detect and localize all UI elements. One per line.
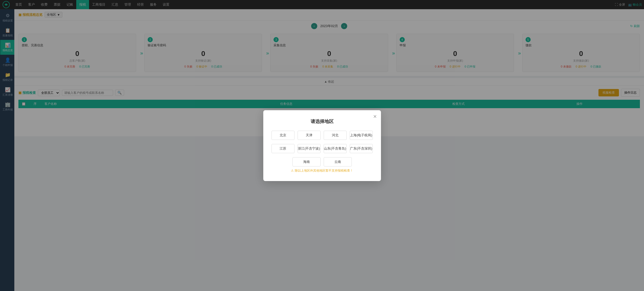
modal-overlay[interactable]: ✕ 请选择地区 北京 天津 河北 上海(电子税局) 江苏 浙江(不含宁波) 山东… (0, 0, 644, 291)
region-select-modal: ✕ 请选择地区 北京 天津 河北 上海(电子税局) 江苏 浙江(不含宁波) 山东… (263, 110, 381, 181)
region-tianjin[interactable]: 天津 (298, 131, 321, 140)
region-shandong[interactable]: 山东(不含青岛) (324, 144, 347, 153)
modal-close-button[interactable]: ✕ (373, 114, 377, 119)
region-row-3: 海南 云南 (271, 157, 373, 166)
region-zhejiang[interactable]: 浙江(不含宁波) (298, 144, 321, 153)
region-row-1: 北京 天津 河北 上海(电子税局) (271, 131, 373, 140)
region-row-2: 江苏 浙江(不含宁波) 山东(不含青岛) 广东(不含深圳) (271, 144, 373, 153)
region-shanghai[interactable]: 上海(电子税局) (350, 131, 373, 140)
region-grid: 北京 天津 河北 上海(电子税局) 江苏 浙江(不含宁波) 山东(不含青岛) 广… (271, 131, 373, 166)
region-guangdong[interactable]: 广东(不含深圳) (350, 144, 373, 153)
region-hebei[interactable]: 河北 (324, 131, 347, 140)
region-beijing[interactable]: 北京 (271, 131, 294, 140)
region-hainan[interactable]: 海南 (292, 157, 321, 166)
warning-icon: ⚠ (291, 169, 294, 172)
region-jiangsu[interactable]: 江苏 (271, 144, 294, 153)
modal-warning: ⚠ 除以上地区外其他地区暂不支持报税检查！ (271, 169, 373, 173)
modal-title: 请选择地区 (271, 118, 373, 125)
region-yunnan[interactable]: 云南 (324, 157, 352, 166)
